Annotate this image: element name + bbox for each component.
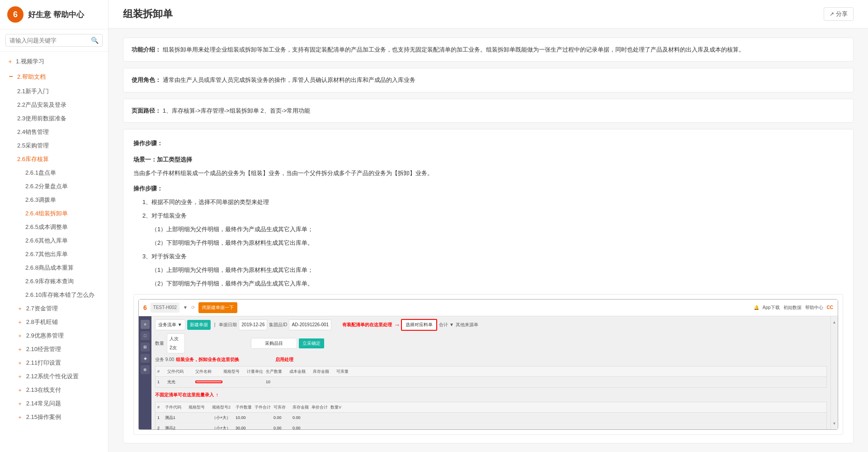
- annotation-arrow-1: →: [394, 319, 400, 331]
- app-sidebar-icon1: ≡: [141, 320, 150, 329]
- sidebar-item-newcomer[interactable]: 2.1新手入门: [0, 85, 108, 98]
- scene1-desc: 当由多个子件材料组装成一个成品的业务为【组装】业务，当由一个父件拆分成多个子产品…: [133, 167, 843, 179]
- annotation-enable: 采购品目 立采确定: [251, 338, 324, 349]
- ltd-total2: [255, 424, 273, 429]
- annotation-text-1: 有装配清单的在这里处理: [342, 320, 392, 329]
- step2-2: （2）下部明细为子件明细，最终作为原材料生成其它出库单。: [151, 237, 843, 249]
- ltd-code1: 测品1: [165, 414, 188, 422]
- app-docid-field[interactable]: AD-20191226-001: [289, 319, 331, 330]
- td-name1-highlighted[interactable]: [195, 381, 222, 383]
- sidebar-item-partialstocktake[interactable]: 2.6.2分量盘点单: [0, 180, 108, 193]
- search-icon[interactable]: 🔍: [91, 37, 99, 44]
- app-brand-icon: 6: [143, 301, 147, 314]
- app-field-docid-label: 集团品ID: [269, 320, 287, 329]
- td-code1: 光光: [167, 378, 194, 386]
- app-tab-new[interactable]: 新建单据: [187, 320, 211, 330]
- app-user-cc: CC: [827, 303, 833, 312]
- th-idx: #: [157, 367, 166, 376]
- expand-icon-cases: ＋: [17, 414, 23, 420]
- main-header: 组装拆卸单 ↗ 分享: [108, 0, 868, 29]
- app-confirm-btn[interactable]: 立采确定: [299, 338, 324, 348]
- sidebar-item-data[interactable]: 2.3使用前数据准备: [0, 112, 108, 125]
- app-nav-help: 帮助中心: [805, 303, 823, 312]
- sidebar-item-install[interactable]: 2.2产品安装及登录: [0, 98, 108, 112]
- sidebar-item-costrecalc[interactable]: 2.6.8商品成本重算: [0, 261, 108, 275]
- th-avail: 可库量: [336, 367, 354, 376]
- sidebar-item-transfer[interactable]: 2.6.3调拨单: [0, 193, 108, 207]
- annotation-arrow-4: ↑: [216, 390, 218, 400]
- annotation-text-2: 组装业务，拆卸业务在这里切换: [176, 355, 239, 364]
- sidebar-item-otherin[interactable]: 2.6.6其他入库单: [0, 234, 108, 247]
- sidebar-item-sales[interactable]: 2.4销售管理: [0, 125, 108, 139]
- share-button[interactable]: ↗ 分享: [824, 7, 854, 21]
- logo-icon: 6: [7, 6, 24, 23]
- ltd-spec2b: （小+大）: [212, 424, 235, 429]
- ltd-unitprice2: [311, 424, 330, 429]
- app-new-doc-btn[interactable]: 闭新建单据一下: [198, 302, 237, 313]
- sidebar-item-inventory[interactable]: 2.6库存核算: [0, 152, 108, 166]
- sidebar-item-print[interactable]: ＋ 2.11打印设置: [0, 356, 108, 370]
- sidebar-item-personalize[interactable]: ＋ 2.12系统个性化设置: [0, 370, 108, 383]
- app-sidebar-icon3: ⊞: [141, 343, 150, 352]
- expand-icon-mobile: ＋: [17, 319, 23, 325]
- expand-icon-payment: ＋: [17, 387, 23, 393]
- app-dropdown-icon: ▼: [183, 303, 188, 312]
- app-qty-field[interactable]: 人次 2次: [167, 333, 185, 353]
- annotation-text-3: 启用处理: [275, 355, 293, 364]
- step3-2: （2）下部明细为子件明细，最终作为产成品生成其它入库单。: [151, 278, 843, 290]
- app-screenshot: 6 TEST-H002 ▼ ⟳ 闭新建单据一下 🔔 App下载 初始数据 帮助中…: [138, 299, 838, 430]
- app-date-field[interactable]: 2019-12-26: [239, 319, 267, 330]
- th-unit: 计量单位: [247, 367, 265, 376]
- sidebar-item-purchase[interactable]: 2.5采购管理: [0, 139, 108, 152]
- th-qty: 生产数量: [266, 367, 288, 376]
- expand-icon-coupon: ＋: [17, 333, 23, 339]
- sidebar-item-payment[interactable]: ＋ 2.13在线支付: [0, 383, 108, 397]
- sidebar-item-capital[interactable]: ＋ 2.7资金管理: [0, 302, 108, 315]
- scroll-down[interactable]: ▼: [832, 419, 836, 428]
- app-scrollbar[interactable]: ▲ ▼: [830, 316, 838, 429]
- ops-block: 操作步骤： 场景一：加工类型选择 当由多个子件材料组装成一个成品的业务为【组装】…: [123, 129, 854, 443]
- annotation-text-4: 不固定清单可在这里批量录入: [155, 390, 214, 400]
- step1: 1、根据不同的业务，选择不同单据的类型来处理: [142, 196, 843, 208]
- step3: 3、对于拆装业务: [142, 251, 843, 262]
- search-area: 🔍: [0, 29, 108, 52]
- ltd-idx2: 2: [157, 424, 164, 429]
- app-sidebar-icon2: □: [141, 331, 150, 340]
- scroll-up[interactable]: ▲: [832, 318, 836, 326]
- sidebar-item-docs[interactable]: － 2.帮助文档: [0, 69, 108, 85]
- sidebar-item-mobile[interactable]: ＋ 2.8手机旺铺: [0, 315, 108, 329]
- search-box[interactable]: 🔍: [5, 34, 103, 47]
- app-upper-table: # 父件代码 父件名称 规格型号 计量单位 生产数量 成本金额 库存金额 可库量: [155, 366, 827, 388]
- content-body: 功能介绍： 组装拆卸单用来处理企业组装或拆卸等加工业务，支持有固定装配清单的产品…: [108, 29, 868, 452]
- app-body: ≡ □ ⊞ ◈ ⊕ 业务流单 ▼ 新建单据 |: [139, 316, 838, 429]
- lth-unitprice: 单价合计: [311, 403, 330, 411]
- app-enable-field[interactable]: 采购品目: [251, 338, 297, 349]
- app-topbar: 6 TEST-H002 ▼ ⟳ 闭新建单据一下 🔔 App下载 初始数据 帮助中…: [139, 300, 838, 316]
- app-sidebar-icon5: ⊕: [141, 365, 150, 374]
- sidebar-item-cases[interactable]: ＋ 2.15操作案例: [0, 410, 108, 424]
- td-qty1: 10: [266, 378, 288, 386]
- sidebar-item-stocktake[interactable]: 2.6.1盘点单: [0, 166, 108, 180]
- sidebar-item-stockquery[interactable]: 2.6.9库存账本查询: [0, 275, 108, 288]
- ltd-spec1a: [189, 414, 211, 422]
- expand-icon-print: ＋: [17, 360, 23, 366]
- ltd-qty2: 30.00: [236, 424, 254, 429]
- sidebar-item-faq[interactable]: ＋ 2.14常见问题: [0, 397, 108, 410]
- search-input[interactable]: [9, 37, 91, 44]
- sidebar-item-assembly[interactable]: 2.6.4组装拆卸单: [0, 207, 108, 220]
- sidebar-item-accounterr[interactable]: 2.6.10库存账本错了怎么办: [0, 288, 108, 302]
- sidebar-item-video[interactable]: ＋ 1.视频学习: [0, 54, 108, 69]
- ltd-stockamt2: 0.00: [292, 424, 311, 429]
- app-btn-select-assembly[interactable]: 选择对应料单: [401, 319, 437, 331]
- sidebar-item-coupon[interactable]: ＋ 2.9优惠券管理: [0, 329, 108, 343]
- app-btn-extra2: 其他来源单: [456, 320, 478, 329]
- ltd-stockamt1: 0.00: [292, 414, 311, 422]
- sidebar-item-operation[interactable]: ＋ 2.10经营管理: [0, 343, 108, 356]
- app-tab-list[interactable]: 业务流单 ▼: [155, 319, 185, 330]
- screenshot-container: 6 TEST-H002 ▼ ⟳ 闭新建单据一下 🔔 App下载 初始数据 帮助中…: [133, 294, 843, 435]
- scene1-title: 场景一：加工类型选择: [133, 154, 843, 166]
- feature-intro-block: 功能介绍： 组装拆卸单用来处理企业组装或拆卸等加工业务，支持有固定装配清单的产品…: [123, 38, 854, 62]
- app-upper-table-header: # 父件代码 父件名称 规格型号 计量单位 生产数量 成本金额 库存金额 可库量: [156, 366, 826, 377]
- sidebar-item-otherout[interactable]: 2.6.7其他出库单: [0, 247, 108, 261]
- sidebar-item-costadj[interactable]: 2.6.5成本调整单: [0, 220, 108, 234]
